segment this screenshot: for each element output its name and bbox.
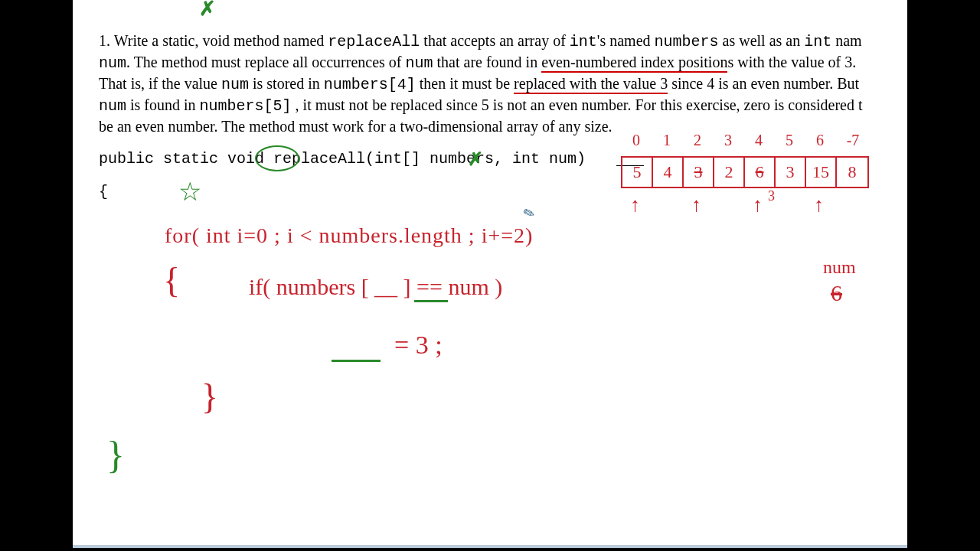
problem-number: 1. — [99, 32, 110, 49]
num-label-handwriting: num — [823, 257, 856, 278]
blank-underline-2 — [332, 360, 381, 362]
pen-cursor-icon: ✎ — [521, 204, 537, 223]
document-page: ✗ 1. Write a static, void method named r… — [73, 0, 907, 545]
underlined-phrase-1: even-numbered index position — [541, 54, 727, 73]
open-brace-handwriting: { — [163, 260, 180, 301]
assignment-handwriting: = 3 ; — [394, 331, 443, 360]
status-bar — [73, 545, 907, 548]
method-signature: public static void replaceAll(int[] numb… — [99, 150, 881, 168]
green-scribble-icon: ✗ — [199, 0, 216, 21]
blank-underline-1 — [414, 300, 448, 302]
num-underline — [616, 165, 644, 166]
problem-statement: 1. Write a static, void method named rep… — [99, 31, 881, 136]
num-value-handwriting: 6 — [831, 280, 842, 306]
open-brace-typed: { — [99, 183, 881, 201]
underlined-phrase-2: replaced with the value 3 — [514, 75, 668, 94]
close-brace-outer-handwriting: } — [106, 432, 125, 477]
if-statement-handwriting: if( numbers [ __ ] == num ) — [249, 274, 502, 300]
for-loop-handwriting: for( int i=0 ; i < numbers.length ; i+=2… — [165, 223, 533, 248]
close-brace-inner-handwriting: } — [201, 377, 218, 417]
